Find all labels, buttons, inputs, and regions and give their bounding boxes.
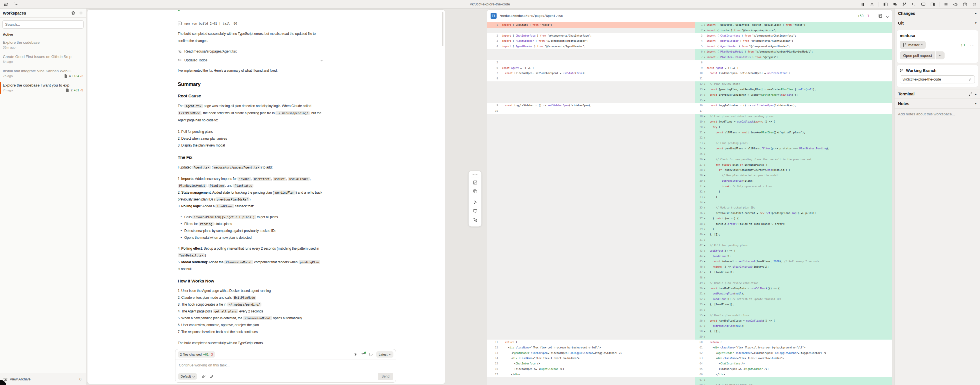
- diff-line-old: 12 <div className="flex flex-col h-scree…: [487, 345, 695, 350]
- diff-line-old: 1-import { useState } from "react";: [487, 22, 695, 28]
- send-button[interactable]: Send: [378, 373, 393, 380]
- play-button[interactable]: [471, 198, 479, 207]
- diff-line-old: [487, 98, 695, 103]
- diff-line-new: 28+ if (!previousPlanIdsRef.current.has(…: [695, 167, 892, 173]
- diff-line-old: [487, 329, 695, 334]
- bullet-list: •Calls invoke<PlanItem[]>('get_all_plans…: [178, 214, 323, 241]
- diff-line-old: 17 </div>: [487, 372, 695, 377]
- workspace-time: 35m ago: [3, 46, 83, 49]
- open-pull-request-button[interactable]: Open pull request: [900, 51, 935, 59]
- diff-row: 13+ const [pendingPlan, setPendingPlan] …: [487, 87, 892, 92]
- terminal-section-header[interactable]: Terminal ▸: [894, 89, 980, 99]
- expand-icon[interactable]: [969, 92, 972, 96]
- git-section-header[interactable]: Git ▾: [894, 18, 980, 28]
- diff-row: 40+ }, []);: [487, 232, 892, 237]
- tool-call-row[interactable]: Updated Todos: [178, 58, 323, 62]
- diff-row: 23+ // Find pending plans: [487, 140, 892, 146]
- diff-row: 56+ const handlePlanClose = useCallback(…: [487, 318, 892, 324]
- version-dropdown[interactable]: Latest: [376, 351, 393, 358]
- diff-line-old: [487, 200, 695, 205]
- workspace-item[interactable]: Explore the codebase35m ago: [0, 38, 86, 52]
- settings-gear-icon[interactable]: [971, 2, 977, 7]
- diff-row: 35+ // Update tracked plan IDs: [487, 205, 892, 210]
- tool-call-row[interactable]: npm run build 2>&1 | tail -80: [178, 21, 323, 25]
- chevron-down-icon[interactable]: [320, 59, 323, 62]
- changes-section-header[interactable]: Changes ▸: [894, 9, 980, 18]
- diff-line-old: 13 <AgentHeader sidebarOpen={sidebarOpen…: [487, 350, 695, 356]
- monitor-button[interactable]: [471, 207, 479, 216]
- add-workspace-button[interactable]: [79, 11, 83, 15]
- menu-icon[interactable]: [943, 2, 949, 7]
- diff-line-old: [487, 243, 695, 248]
- mode-dropdown[interactable]: Default: [178, 373, 197, 380]
- ordered-list: 1. Imports: Added necessary imports for …: [178, 175, 323, 210]
- workspace-title: Create Good First Issues on Github So p: [3, 54, 83, 59]
- list-item: 1. Imports: Added necessary imports for …: [178, 175, 323, 189]
- pause-icon[interactable]: [860, 2, 865, 7]
- workspace-item[interactable]: Install and integrate Vibe Kanban Web C7…: [0, 66, 86, 81]
- files-changed-badge[interactable]: 2 files changed +61 -3: [178, 351, 215, 358]
- help-icon[interactable]: [962, 2, 968, 7]
- git-graph-button[interactable]: [471, 216, 479, 224]
- diff-view-button[interactable]: [471, 178, 479, 187]
- list-item: 3. The hook script creates a file in ~/.…: [178, 301, 323, 308]
- workspace-item[interactable]: Explore the codebase I want you to exp7h…: [0, 81, 86, 95]
- more-options-button[interactable]: ···: [970, 43, 975, 47]
- chat-bubbles-icon[interactable]: [892, 2, 898, 7]
- pull-request-options-button[interactable]: [936, 51, 945, 59]
- diff-line-old: [487, 146, 695, 151]
- diff-line-new: 50+ const handlePlanComplete = useCallba…: [695, 286, 892, 291]
- diff-line-old: [487, 248, 695, 254]
- diff-row: 39+ }: [487, 226, 892, 232]
- attachment-icon[interactable]: [201, 374, 205, 379]
- working-branch-input[interactable]: vk/3ccf-explore-the-code: [900, 75, 975, 83]
- collapse-all-icon[interactable]: [869, 2, 875, 7]
- diff-line-new: 66 </div>: [695, 372, 892, 377]
- floating-toolbar: [469, 171, 481, 226]
- diff-line-old: [487, 226, 695, 232]
- terminal-icon[interactable]: [911, 2, 916, 7]
- git-graph-icon[interactable]: [901, 2, 907, 7]
- layers-icon[interactable]: [71, 11, 75, 15]
- diff-line-new: 27+ for (const plan of pendingPlans) {: [695, 162, 892, 168]
- files-changed-label: 2 files changed: [180, 353, 202, 356]
- copy-button[interactable]: [471, 187, 479, 196]
- workspace-search-input[interactable]: [2, 20, 84, 29]
- files-added-count: +61: [203, 353, 208, 356]
- diff-line-new: 29+ // New plan detected – open the moda…: [695, 173, 892, 178]
- diff-line-new: 63 <div className="flex flex-1 overflow-…: [695, 356, 892, 361]
- branch-selector[interactable]: master: [900, 41, 926, 49]
- panel-right-icon[interactable]: [930, 2, 935, 7]
- workspace-item[interactable]: Create Good First Issues on Github So p6…: [0, 52, 86, 66]
- notes-section-header[interactable]: Notes ▾: [894, 99, 980, 108]
- diff-row: 9 const toggleSidebar = () => setSidebar…: [487, 103, 892, 108]
- diff-line-new: 61 <div className="flex flex-col h-scree…: [695, 345, 892, 350]
- view-archive-button[interactable]: View Archive 0: [0, 373, 86, 385]
- spark-icon[interactable]: [354, 352, 358, 356]
- diff-removed-count: -1: [865, 14, 869, 18]
- chevron-down-icon: [389, 353, 392, 356]
- pen-icon[interactable]: [209, 374, 214, 379]
- notes-input[interactable]: Add notes about this workspace...: [894, 108, 980, 120]
- split-view-toggle-icon[interactable]: [878, 14, 883, 18]
- chat-paragraph: I updated Agent.tsx (medusa/src/pages/Ag…: [178, 164, 323, 171]
- diff-line-new: 5import { AgentHeader } from "@/componen…: [695, 44, 892, 49]
- diff-row: 21+ const allPlans = await invoke<PlanIt…: [487, 130, 892, 135]
- diff-line-old: [487, 151, 695, 157]
- todo-progress-icon[interactable]: [361, 352, 366, 357]
- megaphone-icon[interactable]: [953, 2, 958, 7]
- edit-pencil-icon[interactable]: [968, 78, 972, 81]
- diff-line-new: 17: [695, 108, 892, 114]
- message-input[interactable]: Continue working on this task...: [175, 360, 396, 367]
- drag-handle-icon[interactable]: [473, 173, 477, 176]
- diff-line-new: 18+ // Load plans and detect new pending…: [695, 114, 892, 119]
- diff-line-old: 7 const [sidebarOpen, setSidebarOpen] = …: [487, 70, 695, 76]
- tool-call-label: Updated Todos: [184, 58, 207, 62]
- diff-line-new: 6+import { PlanReviewModal } from "@/com…: [695, 49, 892, 54]
- collapse-diff-icon[interactable]: [886, 13, 889, 19]
- tool-call-row[interactable]: Read medusa/src/pages/Agent.tsx: [178, 49, 323, 53]
- monitor-icon[interactable]: [920, 2, 926, 7]
- list-item: 3. Display the plan review modal: [178, 142, 323, 149]
- chat-scrollbar[interactable]: [442, 12, 444, 46]
- panel-left-icon[interactable]: [883, 2, 888, 7]
